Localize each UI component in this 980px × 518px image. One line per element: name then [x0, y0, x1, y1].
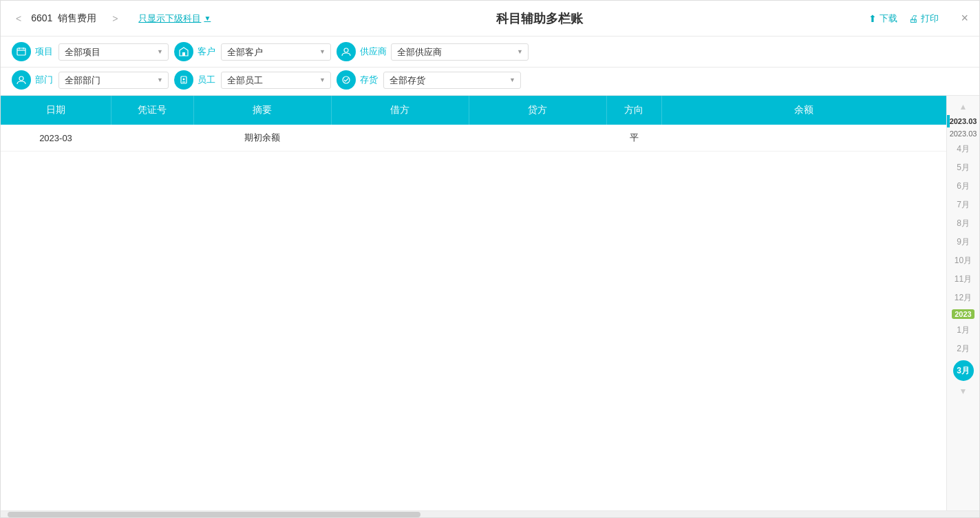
- supplier-select[interactable]: 全部供应商: [391, 43, 529, 61]
- bottom-scrollbar[interactable]: [1, 510, 979, 517]
- customer-label: 客户: [198, 45, 217, 58]
- svg-point-10: [343, 76, 350, 83]
- customer-icon: [174, 42, 193, 61]
- top-actions: ⬆ 下载 🖨 打印 ×: [869, 11, 968, 25]
- period-item-2[interactable]: 2023.03: [947, 127, 979, 140]
- inventory-icon: [337, 70, 356, 90]
- cell-credit: [469, 125, 606, 152]
- month-1[interactable]: 1月: [947, 321, 979, 340]
- employee-filter-group: 员工 全部员工: [174, 70, 331, 90]
- top-bar: < 6601 销售费用 > 只显示下级科目 ▼ 科目辅助多栏账 ⬆ 下载 🖨 打…: [1, 1, 979, 37]
- show-sub-chevron: ▼: [204, 14, 211, 22]
- month-10[interactable]: 10月: [947, 251, 979, 270]
- svg-point-5: [344, 48, 348, 52]
- cell-summary: 期初余额: [193, 125, 331, 152]
- employee-label: 员工: [198, 74, 217, 86]
- project-filter-group: 项目 全部项目: [12, 42, 169, 61]
- month-12[interactable]: 12月: [947, 289, 979, 307]
- month-4[interactable]: 4月: [947, 140, 979, 158]
- col-direction: 方向: [606, 96, 661, 125]
- print-button[interactable]: 🖨 打印: [908, 12, 939, 25]
- department-filter-group: 部门 全部部门: [12, 70, 169, 90]
- inventory-select[interactable]: 全部存货: [383, 72, 521, 89]
- side-scroll: ▲ 2023.03 2023.03 4月 5月 6月 7月 8月 9月 10月 …: [946, 96, 979, 510]
- download-button[interactable]: ⬆ 下载: [869, 12, 897, 25]
- project-icon: [12, 42, 31, 61]
- month-3-active[interactable]: 3月: [953, 360, 974, 381]
- period-item-1[interactable]: 2023.03: [947, 115, 979, 127]
- supplier-label: 供应商: [360, 45, 387, 58]
- next-account-button[interactable]: >: [108, 12, 122, 25]
- cell-balance: [661, 125, 946, 152]
- month-6[interactable]: 6月: [947, 177, 979, 196]
- employee-icon: [174, 70, 193, 90]
- department-select-wrap: 全部部门: [58, 72, 169, 89]
- month-9[interactable]: 9月: [947, 233, 979, 251]
- table-row: 2023-03 期初余额 平: [1, 125, 946, 152]
- page-title: 科目辅助多栏账: [211, 10, 869, 27]
- department-label: 部门: [35, 74, 54, 86]
- department-icon: [12, 70, 31, 90]
- month-5[interactable]: 5月: [947, 158, 979, 177]
- account-label: 6601 销售费用: [25, 12, 108, 25]
- table-header-row: 日期 凭证号 摘要 借方 贷方 方向 余额: [1, 96, 946, 125]
- scroll-up-button[interactable]: ▲: [952, 99, 974, 115]
- filter-bar: 项目 全部项目 客户 全部客户: [1, 37, 979, 68]
- main-window: < 6601 销售费用 > 只显示下级科目 ▼ 科目辅助多栏账 ⬆ 下载 🖨 打…: [0, 0, 980, 518]
- cell-voucher: [111, 125, 193, 152]
- month-2[interactable]: 2月: [947, 340, 979, 358]
- project-select-wrap: 全部项目: [58, 43, 169, 61]
- year-badge-container: 2023: [950, 307, 975, 321]
- scroll-down-button[interactable]: ▼: [952, 383, 974, 400]
- year-badge: 2023: [952, 309, 974, 319]
- supplier-filter-group: 供应商 全部供应商: [337, 42, 529, 61]
- svg-point-8: [183, 79, 185, 81]
- col-summary: 摘要: [193, 96, 331, 125]
- col-debit: 借方: [331, 96, 469, 125]
- supplier-icon: [337, 42, 356, 61]
- active-month-container: 3月: [953, 358, 974, 383]
- col-credit: 贷方: [469, 96, 606, 125]
- month-11[interactable]: 11月: [947, 270, 979, 289]
- col-date: 日期: [1, 96, 111, 125]
- employee-select[interactable]: 全部员工: [221, 72, 331, 89]
- project-label: 项目: [35, 45, 54, 58]
- table-area: 日期 凭证号 摘要 借方 贷方 方向 余额 2023-03 期初余额: [1, 96, 946, 510]
- print-icon: 🖨: [908, 13, 918, 24]
- svg-point-6: [19, 76, 23, 81]
- content-area: 日期 凭证号 摘要 借方 贷方 方向 余额 2023-03 期初余额: [1, 96, 979, 510]
- ledger-table: 日期 凭证号 摘要 借方 贷方 方向 余额 2023-03 期初余额: [1, 96, 946, 152]
- customer-select-wrap: 全部客户: [221, 43, 331, 61]
- show-sub-label: 只显示下级科目: [138, 12, 201, 25]
- inventory-select-wrap: 全部存货: [383, 72, 521, 89]
- close-button[interactable]: ×: [961, 11, 968, 25]
- customer-filter-group: 客户 全部客户: [174, 42, 331, 61]
- svg-rect-0: [17, 48, 25, 55]
- download-icon: ⬆: [869, 13, 877, 24]
- department-select[interactable]: 全部部门: [58, 72, 169, 89]
- employee-select-wrap: 全部员工: [221, 72, 331, 89]
- inventory-filter-group: 存货 全部存货: [337, 70, 521, 90]
- account-code: 6601: [31, 12, 52, 23]
- cell-debit: [331, 125, 469, 152]
- filter-bar-row2: 部门 全部部门 员工 全部员工: [1, 68, 979, 96]
- project-select[interactable]: 全部项目: [58, 43, 169, 61]
- supplier-select-wrap: 全部供应商: [391, 43, 529, 61]
- account-name: 销售费用: [58, 12, 96, 23]
- month-7[interactable]: 7月: [947, 196, 979, 214]
- col-balance: 余额: [661, 96, 946, 125]
- bottom-scroll-thumb[interactable]: [8, 512, 420, 517]
- download-label: 下载: [880, 12, 897, 25]
- cell-direction: 平: [606, 125, 661, 152]
- show-sub-accounts-button[interactable]: 只显示下级科目 ▼: [138, 12, 211, 25]
- customer-select[interactable]: 全部客户: [221, 43, 331, 61]
- inventory-label: 存货: [360, 74, 379, 86]
- prev-account-button[interactable]: <: [12, 12, 25, 25]
- print-label: 打印: [921, 12, 939, 25]
- svg-rect-4: [182, 52, 185, 56]
- month-8[interactable]: 8月: [947, 214, 979, 233]
- cell-date: 2023-03: [1, 125, 111, 152]
- col-voucher: 凭证号: [111, 96, 193, 125]
